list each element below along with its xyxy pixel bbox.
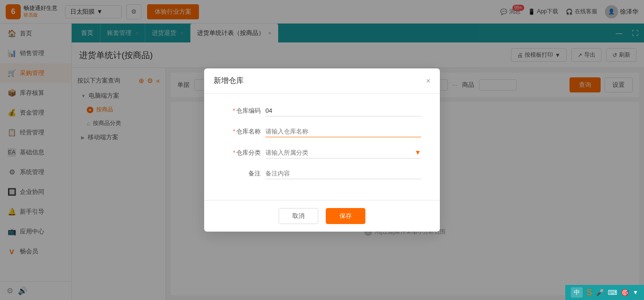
keyboard-icon[interactable]: ⌨ [608, 289, 617, 296]
bottom-status-bar: 中 S 🎤 ⌨ 🎯 ▼ [565, 285, 644, 300]
form-row-category: 仓库分类 ▼ [223, 147, 421, 158]
form-row-note: 备注 [223, 168, 421, 179]
modal-title: 新增仓库 [214, 76, 244, 86]
modal-body: 仓库编码 仓库名称 仓库分类 ▼ 备注 [204, 94, 440, 200]
category-select[interactable]: ▼ [265, 147, 421, 158]
form-row-name: 仓库名称 [223, 126, 421, 137]
target-icon[interactable]: 🎯 [621, 289, 629, 296]
cancel-button[interactable]: 取消 [279, 208, 318, 224]
save-button[interactable]: 保存 [326, 208, 365, 224]
status-chevron[interactable]: ▼ [633, 289, 638, 296]
status-lang[interactable]: 中 [571, 287, 583, 298]
category-chevron-icon: ▼ [414, 149, 421, 156]
category-input[interactable] [265, 149, 414, 156]
modal-close-button[interactable]: × [426, 77, 430, 85]
name-input[interactable] [265, 126, 421, 137]
modal-header: 新增仓库 × [204, 68, 440, 94]
form-row-code: 仓库编码 [223, 105, 421, 117]
modal-footer: 取消 保存 [204, 200, 440, 232]
category-label: 仓库分类 [223, 149, 261, 157]
note-input[interactable] [265, 168, 421, 179]
code-label: 仓库编码 [223, 107, 261, 115]
mic-icon[interactable]: 🎤 [596, 289, 604, 296]
modal-overlay[interactable]: 新增仓库 × 仓库编码 仓库名称 仓库分类 ▼ [0, 0, 644, 300]
s-logo: S [586, 288, 592, 298]
name-label: 仓库名称 [223, 127, 261, 136]
code-input[interactable] [265, 105, 421, 117]
note-label: 备注 [223, 169, 261, 178]
modal-new-warehouse: 新增仓库 × 仓库编码 仓库名称 仓库分类 ▼ [204, 68, 440, 232]
